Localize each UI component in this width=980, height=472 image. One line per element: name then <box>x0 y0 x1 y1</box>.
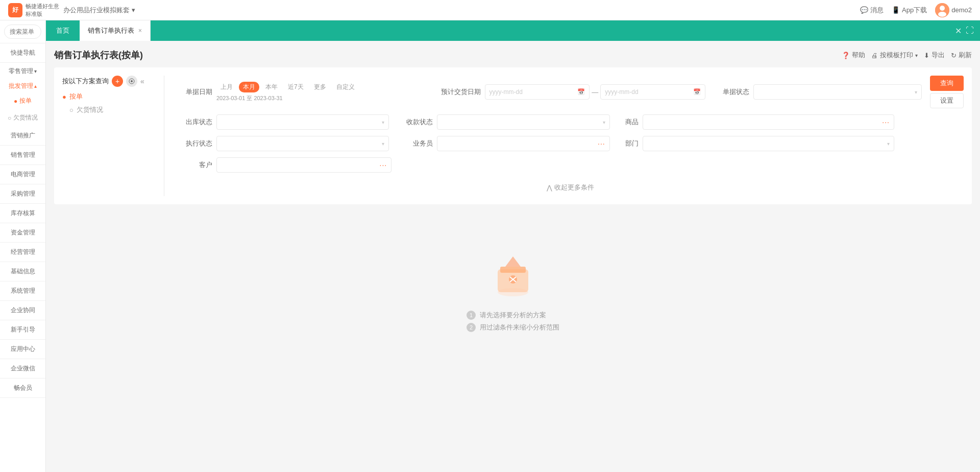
collapse-button[interactable]: ⋀ 收起更多条件 <box>547 183 594 192</box>
maximize-window-button[interactable]: ⛶ <box>966 26 974 35</box>
expected-date-start[interactable]: yyyy-mm-dd 📅 <box>485 84 590 100</box>
filter-field-receive-status: 收款状态 ▾ <box>397 114 609 130</box>
customer-input[interactable]: ··· <box>216 157 391 173</box>
filter-row-1: 单据日期 上月 本月 本年 近7天 更多 自定义 <box>177 76 964 108</box>
sidebar-item-app-center[interactable]: 应用中心 <box>0 340 45 359</box>
scheme-list: ● 按单 ○ 欠货情况 <box>62 90 158 116</box>
tab-home[interactable]: 首页 <box>46 20 80 41</box>
date-tag-7days[interactable]: 近7天 <box>284 82 308 92</box>
empty-hint-2: 2 用过滤条件来缩小分析范围 <box>467 323 559 332</box>
sidebar-item-member[interactable]: 畅会员 <box>0 379 45 398</box>
help-button[interactable]: ❓ 帮助 <box>842 51 865 60</box>
empty-num-2: 2 <box>467 323 476 332</box>
page-content: 销售订单执行表(按单) ❓ 帮助 🖨 按模板打印 ▾ ⬇ 导出 <box>46 41 980 472</box>
filter-field-date: 单据日期 上月 本月 本年 近7天 更多 自定义 <box>177 82 427 102</box>
query-button[interactable]: 查询 <box>930 76 964 91</box>
dept-label: 部门 <box>618 139 639 148</box>
filter-field-doc-status: 单据状态 ▾ <box>714 84 922 100</box>
sidebar-item-quick-nav[interactable]: 快捷导航 <box>0 43 45 63</box>
refresh-button[interactable]: ↻ 刷新 <box>951 51 972 60</box>
sidebar-item-finance[interactable]: 资金管理 <box>0 223 45 243</box>
out-status-select[interactable]: ▾ <box>216 114 389 130</box>
edit-scheme-button[interactable] <box>126 76 137 87</box>
filter-panel: 按以下方案查询 + « ● 按单 <box>54 67 972 204</box>
exec-status-label: 执行状态 <box>177 139 212 148</box>
logo-text: 畅捷通好生意 标准版 <box>26 3 59 17</box>
calendar-end-icon: 📅 <box>693 88 701 96</box>
sidebar-item-wechat[interactable]: 企业微信 <box>0 359 45 379</box>
dept-select[interactable]: ▾ <box>643 136 894 151</box>
receive-status-label: 收款状态 <box>397 117 433 127</box>
date-tag-this-year[interactable]: 本年 <box>261 82 282 92</box>
sidebar-item-system[interactable]: 系统管理 <box>0 281 45 301</box>
receive-status-select[interactable]: ▾ <box>437 114 609 130</box>
close-window-button[interactable]: ✕ <box>955 26 962 36</box>
settings-button[interactable]: 设置 <box>930 93 964 108</box>
scheme-sub-icon: ○ <box>69 106 74 114</box>
customer-label: 客户 <box>177 160 212 170</box>
date-tag-custom[interactable]: 自定义 <box>332 82 359 92</box>
svg-rect-7 <box>500 267 526 273</box>
sidebar-item-basic-info[interactable]: 基础信息 <box>0 262 45 281</box>
sidebar-item-wholesale[interactable]: 批发管理 ▴ <box>0 78 45 92</box>
filter-field-exec-status: 执行状态 ▾ <box>177 136 389 151</box>
sidebar-item-marketing[interactable]: 营销推广 <box>0 126 45 146</box>
date-tag-this-month[interactable]: 本月 <box>239 82 259 92</box>
logo-icon: 好 <box>8 3 22 17</box>
add-scheme-button[interactable]: + <box>112 76 123 87</box>
tab-sales-order[interactable]: 销售订单执行表 × <box>80 20 151 41</box>
out-status-label: 出库状态 <box>177 117 212 127</box>
sidebar-item-enterprise[interactable]: 企业协同 <box>0 301 45 320</box>
print-arrow-icon: ▾ <box>915 53 918 58</box>
date-tag-last-month[interactable]: 上月 <box>216 82 237 92</box>
sidebar-item-operation[interactable]: 经营管理 <box>0 243 45 262</box>
date-tag-more[interactable]: 更多 <box>310 82 330 92</box>
main-layout: 快捷导航 零售管理 ▾ 批发管理 ▴ ● 按单 ○ 欠货情况 营销推广 销售管理… <box>0 20 980 472</box>
expected-date-end[interactable]: yyyy-mm-dd 📅 <box>600 84 705 100</box>
template-print-button[interactable]: 🖨 按模板打印 ▾ <box>871 51 918 60</box>
scheme-item-orders[interactable]: ● 按单 <box>62 90 158 103</box>
sidebar-item-purchase[interactable]: 采购管理 <box>0 184 45 204</box>
sidebar-item-ecommerce[interactable]: 电商管理 <box>0 165 45 184</box>
sidebar-item-shortage[interactable]: ○ 欠货情况 <box>0 109 45 126</box>
export-button[interactable]: ⬇ 导出 <box>924 51 945 60</box>
message-button[interactable]: 💬 消息 <box>860 6 884 15</box>
search-input[interactable] <box>4 25 41 39</box>
message-icon: 💬 <box>860 6 868 14</box>
doc-status-arrow: ▾ <box>915 89 917 95</box>
salesperson-input[interactable]: ··· <box>437 136 609 151</box>
collapse-scheme-button[interactable]: « <box>140 77 144 85</box>
out-status-arrow: ▾ <box>382 120 384 125</box>
sidebar-item-orders[interactable]: ● 按单 <box>0 92 45 109</box>
svg-marker-8 <box>505 256 521 267</box>
scheme-item-shortage[interactable]: ○ 欠货情况 <box>62 103 158 116</box>
exec-status-select[interactable]: ▾ <box>216 136 389 151</box>
user-menu[interactable]: demo2 <box>935 3 972 17</box>
empty-hint-1: 1 请先选择要分析的方案 <box>467 311 546 320</box>
order-icon: ● <box>14 98 17 105</box>
doc-status-label: 单据状态 <box>714 87 749 97</box>
scheme-dot-icon: ● <box>62 93 66 101</box>
empty-state: 1 请先选择要分析的方案 2 用过滤条件来缩小分析范围 <box>54 210 972 373</box>
expected-date-label: 预计交货日期 <box>435 87 481 97</box>
exec-status-arrow: ▾ <box>382 141 384 147</box>
scheme-title: 按以下方案查询 + « <box>62 76 158 87</box>
svg-point-1 <box>940 6 945 11</box>
sidebar-item-retail[interactable]: 零售管理 ▾ <box>0 63 45 78</box>
company-selector[interactable]: 办公用品行业模拟账套 ▾ <box>63 6 135 15</box>
sidebar-item-newbie[interactable]: 新手引导 <box>0 320 45 340</box>
doc-status-select[interactable]: ▾ <box>753 84 922 100</box>
chevron-up-icon: ▴ <box>34 83 37 89</box>
help-icon: ❓ <box>842 52 850 59</box>
goods-more-icon: ··· <box>882 118 890 126</box>
sidebar-item-sales-mgmt[interactable]: 销售管理 <box>0 146 45 165</box>
goods-input[interactable]: ··· <box>643 114 894 130</box>
calendar-start-icon: 📅 <box>577 88 585 96</box>
app-download-button[interactable]: 📱 App下载 <box>892 6 927 15</box>
tab-close-button[interactable]: × <box>138 27 142 34</box>
salesperson-more-icon: ··· <box>598 139 605 148</box>
date-range-text: 2023-03-01 至 2023-03-31 <box>216 95 427 102</box>
query-buttons: 查询 设置 <box>930 76 964 108</box>
sidebar-item-inventory[interactable]: 库存核算 <box>0 204 45 223</box>
shortage-icon: ○ <box>8 114 11 122</box>
